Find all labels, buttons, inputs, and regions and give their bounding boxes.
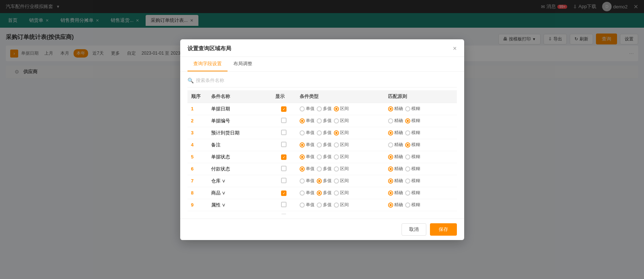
radio-label-multi: 多值 <box>323 130 332 136</box>
match-radio-fuzzy[interactable]: 模糊 <box>405 106 420 112</box>
match-radio-fuzzy[interactable]: 模糊 <box>405 178 420 184</box>
type-radio-single[interactable]: 单值 <box>300 202 315 208</box>
type-radio-range[interactable]: 区间 <box>334 166 349 172</box>
type-radio-range[interactable]: 区间 <box>334 214 349 214</box>
type-radio-multi[interactable]: 多值 <box>317 178 332 184</box>
type-radio-single[interactable]: 单值 <box>300 166 315 172</box>
type-radio-range[interactable]: 区间 <box>334 178 349 184</box>
type-radio-single[interactable]: 单值 <box>300 190 315 196</box>
match-circle-exact <box>388 130 393 135</box>
match-radio-exact[interactable]: 精确 <box>388 118 403 124</box>
match-radio-fuzzy[interactable]: 模糊 <box>405 118 420 124</box>
match-radio-fuzzy[interactable]: 模糊 <box>405 130 420 136</box>
match-radio-exact[interactable]: 精确 <box>388 202 403 208</box>
display-checkbox[interactable]: ✓ <box>281 190 287 196</box>
row-display[interactable] <box>272 115 296 127</box>
type-radio-multi[interactable]: 多值 <box>317 142 332 148</box>
match-radio-exact[interactable]: 精确 <box>388 190 403 196</box>
table-row: 4备注单值多值区间精确模糊 <box>187 139 457 151</box>
match-circle-fuzzy <box>405 178 410 184</box>
type-radio-single[interactable]: 单值 <box>300 178 315 184</box>
radio-label-range: 区间 <box>340 166 349 172</box>
type-radio-single[interactable]: 单值 <box>300 142 315 148</box>
type-radio-range[interactable]: 区间 <box>334 106 349 112</box>
table-header: 顺序 条件名称 显示 条件类型 匹配原则 <box>187 90 457 103</box>
row-display[interactable]: ✓ <box>272 151 296 163</box>
display-checkbox[interactable] <box>281 118 287 123</box>
type-radio-multi[interactable]: 多值 <box>317 214 332 214</box>
radio-circle-range <box>334 142 339 148</box>
row-display[interactable] <box>272 139 296 151</box>
match-radio-fuzzy[interactable]: 模糊 <box>405 190 420 196</box>
type-radio-single[interactable]: 单值 <box>300 214 315 214</box>
row-display[interactable] <box>272 175 296 187</box>
type-radio-single[interactable]: 单值 <box>300 130 315 136</box>
match-circle-exact <box>388 154 393 160</box>
modal-tab-field-settings[interactable]: 查询字段设置 <box>187 57 228 71</box>
match-radio-fuzzy[interactable]: 模糊 <box>405 166 420 172</box>
type-radio-multi[interactable]: 多值 <box>317 118 332 124</box>
display-checkbox[interactable]: ✓ <box>281 154 287 160</box>
type-radio-multi[interactable]: 多值 <box>317 166 332 172</box>
display-checkbox[interactable] <box>281 178 287 183</box>
type-radio-multi[interactable]: 多值 <box>317 190 332 196</box>
type-radio-single[interactable]: 单值 <box>300 154 315 160</box>
match-radio-fuzzy[interactable]: 模糊 <box>405 154 420 160</box>
save-btn[interactable]: 保存 <box>430 223 457 236</box>
type-radio-range[interactable]: 区间 <box>334 154 349 160</box>
match-radio-exact[interactable]: 精确 <box>388 106 403 112</box>
row-display[interactable]: ✓ <box>272 103 296 115</box>
table-row: 8商品 ∨✓单值多值区间精确模糊 <box>187 187 457 199</box>
type-radio-range[interactable]: 区间 <box>334 118 349 124</box>
radio-circle-multi <box>317 130 322 135</box>
row-display[interactable] <box>272 211 296 214</box>
match-radio-fuzzy[interactable]: 模糊 <box>405 142 420 148</box>
search-input[interactable] <box>196 78 269 83</box>
radio-label-multi: 多值 <box>323 178 332 184</box>
type-radio-range[interactable]: 区间 <box>334 130 349 136</box>
match-label-exact: 精确 <box>394 142 403 148</box>
th-order: 顺序 <box>187 90 208 103</box>
type-radio-multi[interactable]: 多值 <box>317 130 332 136</box>
type-radio-range[interactable]: 区间 <box>334 190 349 196</box>
row-display[interactable] <box>272 199 296 211</box>
match-radio-exact[interactable]: 精确 <box>388 178 403 184</box>
match-radio-fuzzy[interactable]: 模糊 <box>405 214 420 214</box>
row-match: 精确模糊 <box>384 199 457 211</box>
match-radio-exact[interactable]: 精确 <box>388 130 403 136</box>
display-checkbox[interactable] <box>281 166 287 171</box>
modal-tab-layout[interactable]: 布局调整 <box>228 57 258 71</box>
match-radio-exact[interactable]: 精确 <box>388 166 403 172</box>
display-checkbox[interactable]: ✓ <box>281 106 287 112</box>
type-radio-range[interactable]: 区间 <box>334 142 349 148</box>
match-circle-fuzzy <box>405 142 410 148</box>
match-label-fuzzy: 模糊 <box>411 214 420 214</box>
type-radio-multi[interactable]: 多值 <box>317 106 332 112</box>
match-radio-exact[interactable]: 精确 <box>388 142 403 148</box>
row-display[interactable]: ✓ <box>272 187 296 199</box>
modal-close-btn[interactable]: × <box>453 45 457 52</box>
match-radio-exact[interactable]: 精确 <box>388 214 403 214</box>
radio-circle-single <box>300 142 305 148</box>
row-match: 精确模糊 <box>384 175 457 187</box>
row-display[interactable] <box>272 127 296 139</box>
row-type: 单值多值区间 <box>296 139 384 151</box>
type-radio-multi[interactable]: 多值 <box>317 202 332 208</box>
config-table-scroll: 顺序 条件名称 显示 条件类型 匹配原则 1单据日期✓单值多值区间精确模糊2单据… <box>187 90 457 214</box>
display-checkbox[interactable] <box>281 142 287 147</box>
match-radio-exact[interactable]: 精确 <box>388 154 403 160</box>
type-radio-single[interactable]: 单值 <box>300 106 315 112</box>
row-display[interactable] <box>272 163 296 175</box>
type-radio-multi[interactable]: 多值 <box>317 154 332 160</box>
row-match: 精确模糊 <box>384 163 457 175</box>
display-checkbox[interactable] <box>281 130 287 135</box>
type-radio-range[interactable]: 区间 <box>334 202 349 208</box>
th-match: 匹配原则 <box>384 90 457 103</box>
type-radio-single[interactable]: 单值 <box>300 118 315 124</box>
match-label-fuzzy: 模糊 <box>411 166 420 172</box>
match-radio-fuzzy[interactable]: 模糊 <box>405 202 420 208</box>
display-checkbox[interactable] <box>281 214 287 214</box>
radio-circle-single <box>300 203 305 208</box>
display-checkbox[interactable] <box>281 202 287 207</box>
cancel-btn[interactable]: 取消 <box>402 223 426 236</box>
